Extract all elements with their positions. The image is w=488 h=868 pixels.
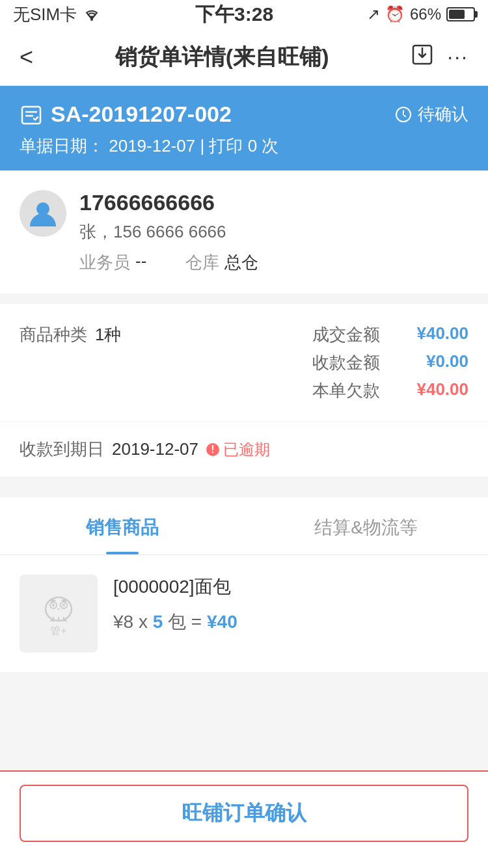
status-time: 下午3:28 <box>195 1 273 28</box>
order-status: 待确认 <box>394 103 468 126</box>
tab-settlement[interactable]: 结算&物流等 <box>244 497 488 554</box>
product-type-label: 商品种类 <box>20 323 87 346</box>
alarm-icon: ⏰ <box>385 5 405 23</box>
warehouse-label: 仓库 <box>185 251 219 274</box>
price-unit: 包 <box>168 612 186 632</box>
price-qty: 5 <box>153 612 163 632</box>
overdue-label: 已逾期 <box>223 439 270 460</box>
clock-icon <box>394 105 413 124</box>
deal-amount-label: 成交金额 <box>312 323 380 346</box>
product-name: [0000002]面包 <box>113 575 468 599</box>
owed-amount-item: 本单欠款 ¥40.00 <box>312 379 468 402</box>
owed-value: ¥40.00 <box>390 379 468 402</box>
customer-info: 17666666666 张，156 6666 6666 业务员 -- 仓库 总仓 <box>79 190 468 274</box>
svg-point-0 <box>90 18 93 21</box>
due-date: 2019-12-07 <box>112 439 198 459</box>
overdue-badge: ! 已逾期 <box>206 439 270 460</box>
tab-sales-product[interactable]: 销售商品 <box>0 497 244 554</box>
due-label: 收款到期日 <box>20 438 104 461</box>
nav-actions: ··· <box>411 43 468 72</box>
summary-section: 商品种类 1种 成交金额 ¥40.00 收款金额 ¥0.00 本单欠款 ¥40.… <box>0 304 488 422</box>
location-icon: ↗ <box>367 5 380 23</box>
owed-label: 本单欠款 <box>312 379 380 402</box>
svg-point-8 <box>52 604 55 606</box>
salesman-value: -- <box>135 251 146 274</box>
product-thumbnail: 管+ <box>20 575 98 653</box>
wifi-icon <box>82 7 102 21</box>
bottom-button-area: 旺铺订单确认 <box>0 770 488 868</box>
summary-right: 成交金额 ¥40.00 收款金额 ¥0.00 本单欠款 ¥40.00 <box>312 323 468 402</box>
customer-meta: 业务员 -- 仓库 总仓 <box>79 251 468 274</box>
customer-section: 17666666666 张，156 6666 6666 业务员 -- 仓库 总仓 <box>0 170 488 293</box>
summary-left: 商品种类 1种 <box>20 323 121 346</box>
product-info: [0000002]面包 ¥8 x 5 包 = ¥40 <box>113 575 468 634</box>
confirm-order-button[interactable]: 旺铺订单确认 <box>20 785 468 842</box>
order-header-top: SA-20191207-002 待确认 <box>20 102 468 127</box>
order-icon <box>20 103 43 126</box>
divider-1 <box>0 293 488 304</box>
order-id: SA-20191207-002 <box>20 102 232 127</box>
price-equals: = <box>191 612 207 632</box>
product-thumb-inner: 管+ <box>36 590 81 638</box>
more-button[interactable]: ··· <box>447 45 468 69</box>
back-button[interactable]: < <box>20 44 33 71</box>
battery-percent: 66% <box>410 5 441 23</box>
received-value: ¥0.00 <box>390 351 468 374</box>
salesman-label: 业务员 <box>79 251 130 274</box>
export-icon[interactable] <box>411 43 434 72</box>
order-date: 单据日期： 2019-12-07 | 打印 0 次 <box>20 135 468 157</box>
svg-point-9 <box>62 604 65 606</box>
overdue-dot-icon: ! <box>206 443 219 456</box>
status-right: ↗ ⏰ 66% <box>367 5 475 23</box>
due-section: 收款到期日 2019-12-07 ! 已逾期 <box>0 422 488 476</box>
avatar <box>20 190 66 237</box>
customer-name: 张，156 6666 6666 <box>79 221 468 243</box>
warehouse-value: 总仓 <box>224 251 258 274</box>
order-header: SA-20191207-002 待确认 单据日期： 2019-12-07 | 打… <box>0 86 488 170</box>
received-label: 收款金额 <box>312 351 380 374</box>
page-title: 销货单详情(来自旺铺) <box>115 42 329 72</box>
received-amount-item: 收款金额 ¥0.00 <box>312 351 468 374</box>
product-type-item: 商品种类 1种 <box>20 323 121 346</box>
salesman-item: 业务员 -- <box>79 251 146 274</box>
nav-bar: < 销货单详情(来自旺铺) ··· <box>0 29 488 86</box>
price-value: ¥8 <box>113 612 133 632</box>
tabs-header: 销售商品 结算&物流等 <box>0 497 488 555</box>
brand-label: 管+ <box>50 625 66 638</box>
brand-owl-icon <box>36 590 81 622</box>
price-formula: x <box>139 612 153 632</box>
customer-phone: 17666666666 <box>79 190 468 215</box>
deal-amount-item: 成交金额 ¥40.00 <box>312 323 468 346</box>
avatar-icon <box>27 197 59 230</box>
deal-amount-value: ¥40.00 <box>390 323 468 346</box>
warehouse-item: 仓库 总仓 <box>185 251 258 274</box>
battery-icon <box>446 7 475 21</box>
product-item: 管+ [0000002]面包 ¥8 x 5 包 = ¥40 <box>0 555 488 672</box>
product-price: ¥8 x 5 包 = ¥40 <box>113 610 468 634</box>
divider-2 <box>0 476 488 487</box>
status-left: 无SIM卡 <box>13 3 102 26</box>
status-bar: 无SIM卡 下午3:28 ↗ ⏰ 66% <box>0 0 488 29</box>
price-total: ¥40 <box>207 612 237 632</box>
product-type-value: 1种 <box>95 323 121 346</box>
carrier-text: 无SIM卡 <box>13 3 77 26</box>
